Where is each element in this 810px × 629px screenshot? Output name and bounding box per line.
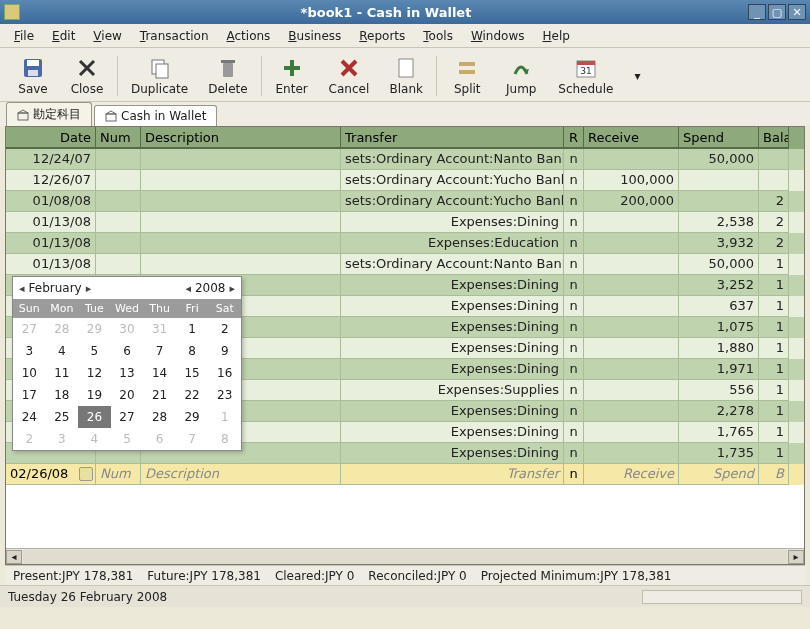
cell-r[interactable]: n [564, 233, 584, 254]
calendar-day[interactable]: 13 [111, 362, 144, 384]
scroll-left-button[interactable]: ◂ [6, 550, 22, 564]
calendar-day[interactable]: 31 [143, 318, 176, 340]
close-button[interactable]: Close [60, 54, 114, 98]
cell-bal[interactable]: 1 [759, 296, 789, 317]
calendar-day[interactable]: 9 [208, 340, 241, 362]
calendar-day[interactable]: 1 [208, 406, 241, 428]
ledger-row[interactable]: 01/13/08Expenses:Diningn2,5382 [6, 212, 804, 233]
entry-recv[interactable]: Receive [584, 464, 679, 485]
cell-spend[interactable] [679, 191, 759, 212]
save-button[interactable]: Save [6, 54, 60, 98]
cell-desc[interactable] [141, 212, 341, 233]
cell-r[interactable]: n [564, 338, 584, 359]
calendar-day[interactable]: 19 [78, 384, 111, 406]
cell-spend[interactable]: 50,000 [679, 254, 759, 275]
col-date[interactable]: Date [6, 127, 96, 149]
calendar-day[interactable]: 16 [208, 362, 241, 384]
calendar-day[interactable]: 2 [13, 428, 46, 450]
cell-bal[interactable]: 1 [759, 275, 789, 296]
calendar-day[interactable]: 18 [46, 384, 79, 406]
cell-spend[interactable]: 1,765 [679, 422, 759, 443]
menu-view[interactable]: View [85, 27, 129, 45]
col-spend[interactable]: Spend [679, 127, 759, 149]
cell-xfer[interactable]: Expenses:Dining [341, 443, 564, 464]
cell-recv[interactable] [584, 317, 679, 338]
cell-xfer[interactable]: Expenses:Dining [341, 338, 564, 359]
calendar-day[interactable]: 20 [111, 384, 144, 406]
cell-recv[interactable] [584, 149, 679, 170]
next-year-button[interactable]: ▸ [229, 282, 235, 295]
cell-date[interactable]: 12/24/07 [6, 149, 96, 170]
cell-recv[interactable] [584, 443, 679, 464]
entry-spend[interactable]: Spend [679, 464, 759, 485]
col-balance[interactable]: Balar [759, 127, 789, 149]
cell-num[interactable] [96, 233, 141, 254]
calendar-day[interactable]: 28 [143, 406, 176, 428]
cell-spend[interactable]: 3,932 [679, 233, 759, 254]
calendar-day[interactable]: 4 [46, 340, 79, 362]
calendar-day[interactable]: 4 [78, 428, 111, 450]
cell-spend[interactable]: 1,971 [679, 359, 759, 380]
tab-cash[interactable]: Cash in Wallet [94, 105, 217, 126]
calendar-day[interactable]: 24 [13, 406, 46, 428]
cell-xfer[interactable]: sets:Ordinary Account:Yucho Bank [341, 170, 564, 191]
cell-date[interactable]: 01/08/08 [6, 191, 96, 212]
menu-file[interactable]: File [6, 27, 42, 45]
cancel-button[interactable]: Cancel [319, 54, 380, 98]
calendar-day[interactable]: 2 [208, 318, 241, 340]
entry-date[interactable]: 02/26/08 [6, 464, 96, 485]
cell-bal[interactable]: 1 [759, 401, 789, 422]
calendar-day[interactable]: 28 [46, 318, 79, 340]
menu-business[interactable]: Business [280, 27, 349, 45]
cell-num[interactable] [96, 191, 141, 212]
ledger-row[interactable]: 01/13/08Expenses:Educationn3,9322 [6, 233, 804, 254]
horizontal-scrollbar[interactable]: ◂ ▸ [6, 548, 804, 564]
cell-r[interactable]: n [564, 212, 584, 233]
cell-recv[interactable] [584, 401, 679, 422]
cell-date[interactable]: 12/26/07 [6, 170, 96, 191]
calendar-day[interactable]: 17 [13, 384, 46, 406]
next-month-button[interactable]: ▸ [86, 282, 92, 295]
cell-desc[interactable] [141, 170, 341, 191]
duplicate-button[interactable]: Duplicate [121, 54, 198, 98]
cell-r[interactable]: n [564, 170, 584, 191]
cell-xfer[interactable]: Expenses:Dining [341, 401, 564, 422]
cell-spend[interactable]: 50,000 [679, 149, 759, 170]
calendar-day[interactable]: 25 [46, 406, 79, 428]
cell-spend[interactable]: 1,880 [679, 338, 759, 359]
calendar-day[interactable]: 8 [176, 340, 209, 362]
cell-r[interactable]: n [564, 401, 584, 422]
cell-recv[interactable] [584, 275, 679, 296]
calendar-day[interactable]: 6 [143, 428, 176, 450]
menu-windows[interactable]: Windows [463, 27, 533, 45]
calendar-day[interactable]: 3 [13, 340, 46, 362]
cell-bal[interactable]: 1 [759, 254, 789, 275]
cell-date[interactable]: 01/13/08 [6, 212, 96, 233]
entry-r[interactable]: n [564, 464, 584, 485]
tab-accounts[interactable]: 勘定科目 [6, 102, 92, 126]
schedule-button[interactable]: 31Schedule [548, 54, 623, 98]
menu-transaction[interactable]: Transaction [132, 27, 217, 45]
cell-r[interactable]: n [564, 422, 584, 443]
calendar-day[interactable]: 14 [143, 362, 176, 384]
cell-recv[interactable] [584, 359, 679, 380]
split-button[interactable]: Split [440, 54, 494, 98]
cell-date[interactable]: 01/13/08 [6, 254, 96, 275]
cell-r[interactable]: n [564, 359, 584, 380]
cell-spend[interactable] [679, 170, 759, 191]
cell-num[interactable] [96, 149, 141, 170]
cell-xfer[interactable]: sets:Ordinary Account:Yucho Bank [341, 191, 564, 212]
col-num[interactable]: Num [96, 127, 141, 149]
cell-spend[interactable]: 2,538 [679, 212, 759, 233]
calendar-day[interactable]: 23 [208, 384, 241, 406]
cell-bal[interactable] [759, 149, 789, 170]
cell-spend[interactable]: 637 [679, 296, 759, 317]
cell-xfer[interactable]: Expenses:Dining [341, 296, 564, 317]
cell-desc[interactable] [141, 149, 341, 170]
cell-desc[interactable] [141, 191, 341, 212]
cell-xfer[interactable]: Expenses:Dining [341, 212, 564, 233]
cell-bal[interactable]: 2 [759, 233, 789, 254]
maximize-button[interactable]: ▢ [768, 4, 786, 20]
cell-r[interactable]: n [564, 275, 584, 296]
date-picker[interactable]: ◂ February ▸ ◂ 2008 ▸ SunMonTueWedThuFri… [12, 276, 242, 451]
